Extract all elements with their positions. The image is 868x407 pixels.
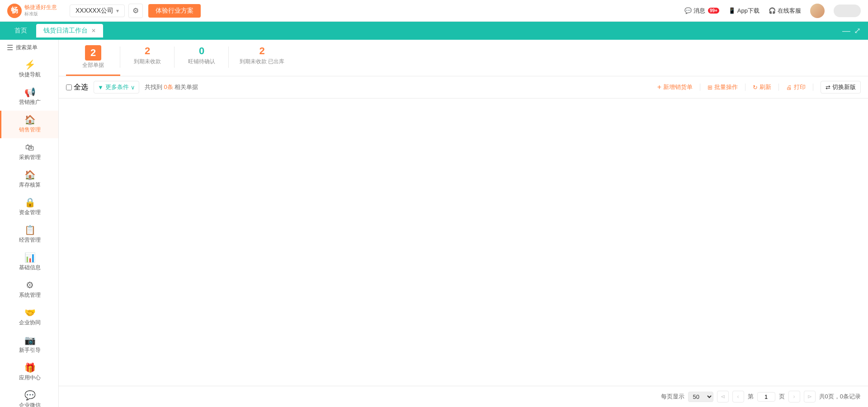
user-info[interactable] (834, 5, 861, 17)
switch-version-btn[interactable]: ⇄ 切换新版 (821, 81, 861, 94)
found-count: 0条 (164, 84, 175, 90)
total-label: 共0页，0条记录 (819, 393, 861, 401)
toolbar-divider-3 (778, 84, 779, 91)
first-page-btn[interactable]: ⊲ (717, 391, 729, 402)
system-icon: ⚙ (26, 281, 34, 290)
sidebar-item-sales[interactable]: 🏠 销售管理 (0, 111, 58, 138)
quick-nav-icon: ⚡ (24, 60, 36, 69)
company-name: XXXXXX公司 (75, 7, 113, 15)
search-icon: ☰ (7, 43, 13, 52)
sidebar-item-inventory[interactable]: 🏠 库存核算 (0, 166, 58, 193)
tab-window-controls: — ⤢ (842, 26, 861, 36)
switch-icon: ⇄ (826, 84, 830, 91)
message-btn[interactable]: 💬 消息 99+ (684, 7, 719, 15)
filter-btn[interactable]: ▼ 更多条件 ∨ (94, 81, 139, 94)
page-size-label: 每页显示 (661, 393, 684, 401)
add-sales-order-btn[interactable]: + 新增销货单 (657, 83, 693, 91)
toolbar-divider (700, 84, 700, 91)
batch-btn[interactable]: ⊞ 批量操作 (708, 83, 738, 91)
stat-count-all: 2 (85, 45, 101, 61)
sidebar-item-apps[interactable]: 🎁 应用中心 (0, 359, 58, 386)
print-btn[interactable]: 🖨 打印 (786, 83, 806, 91)
plus-icon: + (657, 83, 661, 91)
add-label: 新增销货单 (663, 83, 693, 91)
chevron-down-icon: ▾ (116, 8, 119, 14)
stat-count-overdue-shipped: 2 (259, 45, 265, 57)
pagination-bar: 每页显示 50 20 100 ⊲ ‹ 第 页 › ⊳ 共0页，0条记录 (59, 386, 868, 407)
refresh-icon: ↻ (753, 84, 758, 91)
sidebar-item-marketing[interactable]: 📢 营销推广 (0, 83, 58, 111)
main-layout: ☰ 搜索菜单 ⚡ 快捷导航 📢 营销推广 🏠 销售管理 🛍 采购管理 🏠 库存核… (0, 40, 868, 407)
sidebar-item-guide[interactable]: 📷 新手引导 (0, 331, 58, 359)
sidebar-item-basic-info[interactable]: 📊 基础信息 (0, 248, 58, 276)
sidebar-item-purchase[interactable]: 🛍 采购管理 (0, 138, 58, 166)
settings-icon[interactable]: ⚙ (128, 4, 143, 18)
sidebar-item-system[interactable]: ⚙ 系统管理 (0, 276, 58, 304)
select-all-checkbox[interactable]: 全选 (66, 83, 88, 92)
message-label: 消息 (693, 7, 705, 15)
page-size-select[interactable]: 50 20 100 (688, 392, 713, 402)
top-bar-right: 💬 消息 99+ 📱 App下载 🎧 在线客服 (684, 4, 861, 18)
avatar[interactable] (810, 4, 825, 18)
tab-close-icon[interactable]: ✕ (91, 28, 96, 34)
app-download-btn[interactable]: 📱 App下载 (728, 7, 760, 15)
sidebar-search[interactable]: ☰ 搜索菜单 (0, 40, 58, 56)
last-page-btn[interactable]: ⊳ (804, 391, 816, 402)
logo-icon: 畅 (7, 4, 22, 18)
message-icon: 💬 (684, 7, 692, 14)
page-input[interactable] (757, 392, 775, 402)
basic-info-icon: 📊 (24, 253, 36, 262)
guide-icon: 📷 (24, 336, 36, 345)
finance-icon: 🔒 (24, 198, 36, 207)
sidebar-item-operations[interactable]: 📋 经营管理 (0, 221, 58, 248)
switch-label: 切换新版 (832, 83, 856, 91)
purchase-icon: 🛍 (25, 143, 34, 152)
tab-home[interactable]: 首页 (7, 24, 34, 37)
toolbar-left: 全选 ▼ 更多条件 ∨ 共找到 0条 相关单据 (66, 81, 652, 94)
content-area: 2 全部单据 2 到期未收款 0 旺铺待确认 2 到期未收款 已出库 (59, 40, 868, 407)
stat-count-overdue: 2 (145, 45, 150, 57)
prev-page-btn[interactable]: ‹ (732, 391, 744, 402)
sidebar-item-finance[interactable]: 🔒 资金管理 (0, 193, 58, 221)
app-download-label: App下载 (737, 7, 760, 15)
apps-icon: 🎁 (24, 363, 36, 372)
filter-label: 更多条件 (105, 83, 129, 91)
stat-tab-all[interactable]: 2 全部单据 (66, 40, 120, 76)
headset-icon: 🎧 (769, 7, 776, 14)
stats-tabs: 2 全部单据 2 到期未收款 0 旺铺待确认 2 到期未收款 已出库 (59, 40, 868, 76)
refresh-btn[interactable]: ↻ 刷新 (753, 83, 771, 91)
chevron-filter-icon: ∨ (131, 84, 135, 91)
stat-label-overdue-shipped: 到期未收款 已出库 (240, 58, 284, 65)
stat-count-pending: 0 (199, 45, 204, 57)
online-service-label: 在线客服 (778, 7, 801, 15)
maximize-icon[interactable]: ⤢ (854, 26, 861, 36)
select-all-input[interactable] (66, 84, 72, 90)
batch-icon: ⊞ (708, 84, 712, 91)
top-bar: 畅 畅捷通好生意 标准版 XXXXXX公司 ▾ ⚙ 体验行业方案 💬 消息 99… (0, 0, 868, 22)
company-selector[interactable]: XXXXXX公司 ▾ (70, 5, 125, 17)
stat-tab-overdue[interactable]: 2 到期未收款 (120, 40, 175, 76)
operations-icon: 📋 (24, 225, 36, 234)
page-label-prefix: 第 (748, 393, 754, 401)
toolbar-divider-4 (813, 84, 813, 91)
sidebar-item-quick-nav[interactable]: ⚡ 快捷导航 (0, 56, 58, 83)
message-badge: 99+ (708, 8, 719, 14)
refresh-label: 刷新 (760, 83, 771, 91)
sidebar-item-wechat[interactable]: 💬 企业微信 (0, 386, 58, 407)
tab-workbench[interactable]: 钱货日清工作台 ✕ (36, 24, 103, 37)
found-text: 共找到 0条 相关单据 (145, 83, 198, 91)
industry-btn[interactable]: 体验行业方案 (148, 4, 201, 18)
stat-tab-pending[interactable]: 0 旺铺待确认 (175, 40, 229, 76)
logo-area: 畅 畅捷通好生意 标准版 (7, 4, 66, 18)
print-label: 打印 (794, 83, 806, 91)
toolbar-divider-2 (745, 84, 745, 91)
inventory-icon: 🏠 (24, 170, 36, 179)
nav-tabs: 首页 钱货日清工作台 ✕ — ⤢ (0, 22, 868, 40)
search-menu-label: 搜索菜单 (16, 44, 38, 51)
next-page-btn[interactable]: › (788, 391, 800, 402)
wechat-icon: 💬 (24, 391, 36, 400)
online-service-btn[interactable]: 🎧 在线客服 (769, 7, 801, 15)
stat-tab-overdue-shipped[interactable]: 2 到期未收款 已出库 (229, 40, 295, 76)
sidebar-item-cooperation[interactable]: 🤝 企业协同 (0, 304, 58, 331)
minimize-icon[interactable]: — (842, 26, 850, 36)
